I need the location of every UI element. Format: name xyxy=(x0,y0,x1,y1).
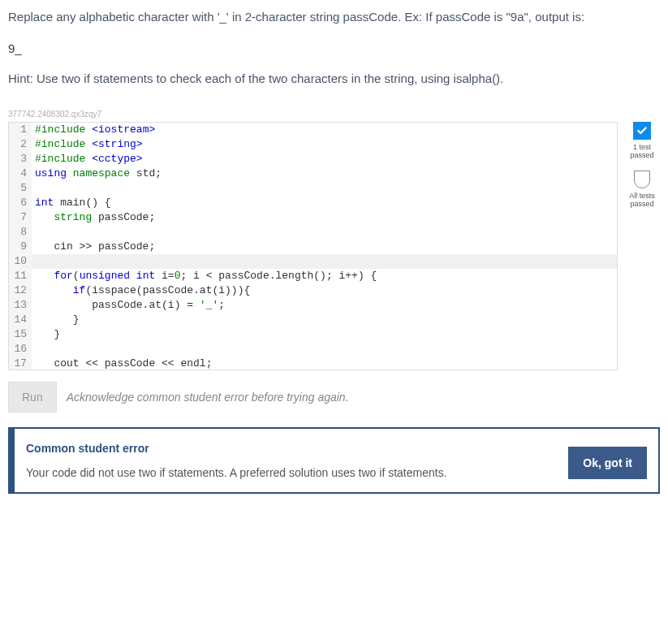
run-message: Acknowledge common student error before … xyxy=(67,391,349,404)
code-text[interactable]: for(unsigned int i=0; i < passCode.lengt… xyxy=(32,269,377,283)
line-number: 16 xyxy=(9,342,32,357)
code-text[interactable]: cin >> passCode; xyxy=(32,240,155,254)
code-text[interactable] xyxy=(32,181,35,196)
code-line[interactable]: 2#include <string> xyxy=(9,137,617,152)
one-test-passed-badge: 1 test passed xyxy=(630,122,653,159)
code-line[interactable]: 8 xyxy=(9,225,617,240)
line-number: 11 xyxy=(9,269,32,283)
line-number: 10 xyxy=(9,254,32,269)
code-line[interactable]: 4using namespace std; xyxy=(9,166,617,181)
run-button[interactable]: Run xyxy=(8,382,57,413)
code-text[interactable]: #include <iostream> xyxy=(32,123,155,137)
code-line[interactable]: 6int main() { xyxy=(9,196,617,210)
code-text[interactable]: } xyxy=(32,327,60,342)
line-number: 15 xyxy=(9,327,32,342)
check-icon xyxy=(633,122,651,140)
line-number: 9 xyxy=(9,240,32,254)
line-number: 8 xyxy=(9,225,32,240)
code-text[interactable]: string passCode; xyxy=(32,210,155,225)
all-tests-badge: All tests passed xyxy=(629,171,655,208)
shield-icon xyxy=(634,171,650,188)
code-line[interactable]: 17 cout << passCode << endl; xyxy=(9,357,617,370)
hint-text: Hint: Use two if statements to check eac… xyxy=(8,71,660,85)
alert-body: Your code did not use two if statements.… xyxy=(26,466,447,479)
line-number: 7 xyxy=(9,210,32,225)
code-text[interactable]: #include <string> xyxy=(32,137,143,152)
code-line[interactable]: 13 passCode.at(i) = '_'; xyxy=(9,298,617,313)
line-number: 6 xyxy=(9,196,32,210)
code-editor[interactable]: 1#include <iostream>2#include <string>3#… xyxy=(8,122,618,370)
line-number: 5 xyxy=(9,181,32,196)
code-line[interactable]: 9 cin >> passCode; xyxy=(9,240,617,254)
watermark: 377742.2408302.qx3zqy7 xyxy=(8,110,660,119)
code-line[interactable]: 3#include <cctype> xyxy=(9,152,617,166)
code-text[interactable]: int main() { xyxy=(32,196,111,210)
code-line[interactable]: 5 xyxy=(9,181,617,196)
code-text[interactable] xyxy=(32,225,35,240)
line-number: 17 xyxy=(9,357,32,370)
code-line[interactable]: 12 if(isspace(passCode.at(i))){ xyxy=(9,283,617,298)
line-number: 3 xyxy=(9,152,32,166)
status-column: 1 test passed All tests passed xyxy=(624,122,660,370)
error-alert: Common student error Your code did not u… xyxy=(8,427,660,494)
ok-got-it-button[interactable]: Ok, got it xyxy=(568,447,647,479)
code-text[interactable]: cout << passCode << endl; xyxy=(32,357,212,370)
line-number: 14 xyxy=(9,313,32,327)
line-number: 1 xyxy=(9,123,32,137)
line-number: 12 xyxy=(9,283,32,298)
code-line[interactable]: 16 xyxy=(9,342,617,357)
code-text[interactable]: } xyxy=(32,313,80,327)
all-tests-label: All tests passed xyxy=(629,192,655,208)
code-line[interactable]: 1#include <iostream> xyxy=(9,123,617,137)
code-line[interactable]: 15 } xyxy=(9,327,617,342)
example-output: 9_ xyxy=(8,41,660,55)
code-line[interactable]: 10 xyxy=(9,254,617,269)
code-text[interactable] xyxy=(32,342,35,357)
alert-title: Common student error xyxy=(26,442,447,455)
code-line[interactable]: 7 string passCode; xyxy=(9,210,617,225)
code-line[interactable]: 14 } xyxy=(9,313,617,327)
code-line[interactable]: 11 for(unsigned int i=0; i < passCode.le… xyxy=(9,269,617,283)
line-number: 2 xyxy=(9,137,32,152)
problem-statement: Replace any alphabetic character with '_… xyxy=(8,8,660,25)
one-test-label: 1 test passed xyxy=(630,143,653,159)
code-text[interactable]: passCode.at(i) = '_'; xyxy=(32,298,225,313)
line-number: 13 xyxy=(9,298,32,313)
code-text[interactable]: if(isspace(passCode.at(i))){ xyxy=(32,283,250,298)
line-number: 4 xyxy=(9,166,32,181)
code-text[interactable]: #include <cctype> xyxy=(32,152,143,166)
code-text[interactable] xyxy=(32,254,41,269)
code-text[interactable]: using namespace std; xyxy=(32,166,162,181)
